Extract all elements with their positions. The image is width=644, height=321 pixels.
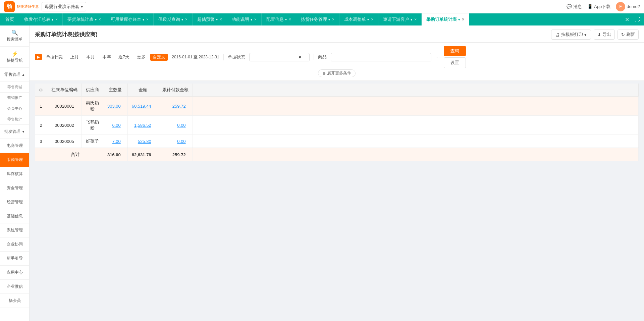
close-icon-9[interactable]: ×	[414, 17, 417, 22]
content-area: 采购订单统计表(按供应商) 🖨 按模板打印 ▾ ⬇ 导出 ↻ 刷新	[30, 25, 644, 321]
nav-tab-arrow-2: ▾	[143, 18, 144, 21]
table-row: 2 00020002 飞鹤奶粉 6.00 1,586.52 0.00	[35, 116, 639, 135]
nav-tab-8[interactable]: 成本调整单 ▾ ×	[339, 13, 378, 25]
th-qty: 主数量	[103, 84, 128, 97]
nav-tab-arrow-9: ▾	[411, 18, 412, 21]
sidebar-item-ecommerce[interactable]: 电商管理	[0, 139, 29, 153]
goods-input[interactable]	[331, 53, 431, 61]
td-qty-3[interactable]: 7.00	[103, 135, 128, 148]
sidebar-item-retail-shop[interactable]: 零售商城	[0, 82, 29, 93]
nav-tab-6[interactable]: 配置信息 ▾ ×	[262, 13, 296, 25]
sidebar-item-operations[interactable]: 经营管理	[0, 195, 29, 209]
nav-close-btn[interactable]: ✕	[624, 16, 631, 23]
nav-tab-3[interactable]: 保质期查询 ▾ ×	[154, 13, 193, 25]
nav-tab-1[interactable]: 要货单统计表 ▾ ×	[63, 13, 106, 25]
td-code-1: 00020001	[47, 97, 82, 116]
sidebar-item-basic-info[interactable]: 基础信息	[0, 209, 29, 223]
nav-end-buttons: ✕ ⛶	[624, 16, 644, 23]
shortcut-this-month[interactable]: 本月	[84, 53, 98, 61]
sidebar-item-tutorial[interactable]: 新手引导	[0, 252, 29, 266]
shortcut-custom[interactable]: 自定义	[150, 54, 168, 61]
close-icon-4[interactable]: ×	[220, 17, 222, 22]
sidebar-item-member[interactable]: 会员中心	[0, 103, 29, 114]
td-supplier-3: 好孩子	[82, 135, 103, 148]
nav-tab-label-7: 拣货任务管理	[301, 16, 327, 22]
sidebar-item-appstore[interactable]: 应用中心	[0, 266, 29, 280]
app-download-btn[interactable]: 📱 App下载	[587, 4, 610, 10]
nav-tab-arrow-1: ▾	[95, 18, 97, 21]
nav-tab-5[interactable]: 功能说明 ▾ ×	[227, 13, 262, 25]
td-amount-3[interactable]: 525.80	[127, 135, 158, 148]
sidebar-item-retail-stats[interactable]: 零售统计	[0, 114, 29, 125]
td-qty-2[interactable]: 6.00	[103, 116, 128, 135]
filter-toggle-row: ⊕ 展开更多条件	[35, 68, 639, 77]
nav-tab-0[interactable]: 收发存汇总表 ▾ ×	[19, 13, 63, 25]
sidebar-item-wholesale[interactable]: 批发管理 ▼	[0, 125, 29, 139]
td-amount-2[interactable]: 1,586.52	[127, 116, 158, 135]
nav-tab-home[interactable]: 首页	[0, 13, 19, 25]
sidebar-item-vip[interactable]: 畅会员	[0, 294, 29, 308]
td-code-3: 00020005	[47, 135, 82, 148]
nav-expand-btn[interactable]: ⛶	[633, 16, 641, 22]
shortcut-more[interactable]: 更多	[134, 53, 148, 61]
filter-expand-toggle[interactable]: ▶	[35, 54, 42, 60]
close-icon-6[interactable]: ×	[289, 17, 291, 22]
td-paid-1[interactable]: 259.72	[158, 97, 193, 116]
print-button[interactable]: 🖨 按模板打印 ▾	[551, 30, 591, 40]
table-settings-icon[interactable]: ⚙	[39, 88, 43, 93]
settings-button[interactable]: 设置	[444, 57, 466, 68]
close-icon-8[interactable]: ×	[371, 17, 373, 22]
message-btn[interactable]: 💬 消息	[567, 4, 582, 10]
td-paid-2[interactable]: 0.00	[158, 116, 193, 135]
sidebar-item-system[interactable]: 系统管理	[0, 223, 29, 237]
close-icon-1[interactable]: ×	[99, 17, 101, 22]
refresh-icon: ↻	[621, 32, 625, 37]
avatar: E	[616, 2, 625, 11]
td-paid-3[interactable]: 0.00	[158, 135, 193, 148]
sidebar-item-wechat[interactable]: 企业微信	[0, 280, 29, 294]
sidebar-item-retail-mgmt[interactable]: 零售管理 ▲	[0, 68, 29, 82]
table-header-row: ⚙ 往来单位编码 供应商 主数量 金额 累计付款金额	[35, 84, 639, 97]
footer-amount: 62,631.76	[127, 148, 158, 161]
sidebar-label-retailstats: 零售统计	[1, 117, 28, 122]
shortcut-7days[interactable]: 近7天	[116, 53, 132, 61]
refresh-button[interactable]: ↻ 刷新	[618, 30, 639, 40]
sidebar-label-vip: 畅会员	[1, 298, 28, 304]
th-supplier: 供应商	[82, 84, 103, 97]
page-header: 采购订单统计表(按供应商) 🖨 按模板打印 ▾ ⬇ 导出 ↻ 刷新	[30, 25, 644, 43]
close-icon-3[interactable]: ×	[185, 17, 187, 22]
nav-tab-2[interactable]: 可用量库存账本 ▾ ×	[106, 13, 154, 25]
close-icon-5[interactable]: ×	[254, 17, 257, 22]
close-icon-7[interactable]: ×	[332, 17, 334, 22]
query-button[interactable]: 查询	[444, 46, 466, 56]
sidebar-item-purchase[interactable]: 采购管理	[0, 153, 29, 167]
sidebar-item-quicknav[interactable]: ⚡ 快捷导航	[0, 47, 29, 68]
nav-tab-10[interactable]: 采购订单统计表 ▾ ×	[422, 13, 469, 25]
app-download-label: App下载	[594, 4, 610, 10]
table-row: 1 00020001 惠氏奶粉 303.00 60,519.44 259.72	[35, 97, 639, 116]
close-icon-0[interactable]: ×	[55, 17, 58, 22]
close-icon-10[interactable]: ×	[462, 17, 464, 22]
shortcut-last-month[interactable]: 上月	[67, 53, 82, 61]
workspace-selector[interactable]: 母婴行业演示账套 ▾	[42, 2, 86, 11]
sidebar-item-search[interactable]: 🔍 搜索菜单	[0, 25, 29, 47]
expand-more-btn[interactable]: ⊕ 展开更多条件	[318, 69, 356, 77]
td-qty-1[interactable]: 303.00	[103, 97, 128, 116]
nav-tab-arrow-0: ▾	[52, 18, 53, 21]
status-select[interactable]: ▾	[249, 53, 310, 61]
user-profile[interactable]: E demo2	[616, 2, 640, 11]
goods-filter-label: 商品	[318, 54, 327, 60]
td-amount-1[interactable]: 60,519.44	[127, 97, 158, 116]
sidebar-item-inventory[interactable]: 库存核算	[0, 167, 29, 181]
export-button[interactable]: ⬇ 导出	[594, 30, 615, 40]
nav-tab-7[interactable]: 拣货任务管理 ▾ ×	[296, 13, 339, 25]
nav-tab-4[interactable]: 超储预警 ▾ ×	[193, 13, 227, 25]
nav-tab-9[interactable]: 邀请下游客户 ▾ ×	[378, 13, 422, 25]
close-icon-2[interactable]: ×	[146, 17, 149, 22]
sidebar-item-marketing[interactable]: 营销推广	[0, 93, 29, 103]
goods-more-icon[interactable]: ···	[435, 54, 440, 60]
shortcut-this-year[interactable]: 本年	[100, 53, 114, 61]
sidebar-item-finance[interactable]: 资金管理	[0, 181, 29, 195]
td-extra-3	[193, 135, 638, 148]
sidebar-item-collab[interactable]: 企业协同	[0, 237, 29, 252]
